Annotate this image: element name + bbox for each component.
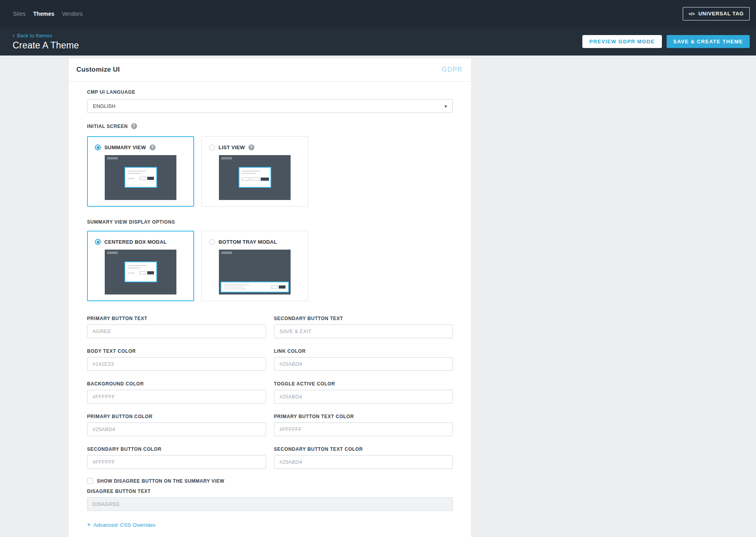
card-header: Customize UI GDPR bbox=[69, 58, 471, 81]
initial-screen-label-text: INITIAL SCREEN bbox=[87, 124, 128, 129]
summary-view-radio[interactable] bbox=[95, 144, 101, 150]
field-label: LINK COLOR bbox=[274, 348, 453, 354]
option-summary-view[interactable]: SUMMARY VIEW ? bbox=[87, 136, 194, 207]
option-summary-view-head: SUMMARY VIEW ? bbox=[87, 137, 194, 150]
cmp-ui-language-value: ENGLISH bbox=[93, 103, 115, 109]
field-label: PRIMARY BUTTON TEXT bbox=[87, 316, 266, 321]
option-list-view[interactable]: LIST VIEW ? bbox=[201, 136, 308, 207]
help-icon[interactable]: ? bbox=[131, 123, 137, 129]
page-header-actions: PREVIEW GDPR MODE SAVE & CREATE THEME bbox=[582, 35, 750, 48]
show-disagree-label: SHOW DISAGREE BUTTON ON THE SUMMARY VIEW bbox=[97, 478, 224, 484]
initial-screen-options: SUMMARY VIEW ? bbox=[87, 136, 453, 207]
advanced-css-overrides-link[interactable]: + Advanced: CSS Overrides bbox=[87, 522, 156, 528]
cmp-ui-language-select[interactable]: ENGLISH ▾ bbox=[87, 99, 453, 113]
thumbnail-tray-graphic bbox=[220, 281, 289, 293]
field-primary-button-text-color: PRIMARY BUTTON TEXT COLOR bbox=[274, 414, 453, 436]
link-color-input[interactable] bbox=[274, 357, 453, 371]
summary-display-options-label: SUMMARY VIEW DISPLAY OPTIONS bbox=[87, 219, 453, 225]
primary-button-text-color-input[interactable] bbox=[274, 422, 453, 436]
toggle-active-color-input[interactable] bbox=[274, 390, 453, 404]
thumbnail-modal-graphic bbox=[239, 167, 271, 188]
primary-button-color-input[interactable] bbox=[87, 422, 266, 436]
plus-icon: + bbox=[87, 522, 91, 528]
option-bottom-tray-modal[interactable]: BOTTOM TRAY MODAL bbox=[201, 231, 308, 301]
field-body-text-color: BODY TEXT COLOR bbox=[87, 348, 266, 371]
save-create-theme-button[interactable]: SAVE & CREATE THEME bbox=[667, 35, 750, 48]
body-text-color-input[interactable] bbox=[87, 357, 266, 371]
nav-themes[interactable]: Themes bbox=[33, 11, 54, 17]
chevron-down-icon: ▾ bbox=[445, 104, 447, 109]
theme-fields-grid: PRIMARY BUTTON TEXT SECONDARY BUTTON TEX… bbox=[87, 316, 453, 469]
field-label: BODY TEXT COLOR bbox=[87, 348, 266, 354]
summary-view-thumbnail bbox=[105, 155, 176, 200]
card-body: CMP UI LANGUAGE ENGLISH ▾ INITIAL SCREEN… bbox=[69, 81, 471, 537]
primary-nav: Sites Themes Vendors bbox=[13, 11, 83, 17]
help-icon[interactable]: ? bbox=[248, 144, 254, 150]
back-to-themes-link[interactable]: ‹ Back to themes bbox=[13, 32, 52, 39]
field-secondary-button-text: SECONDARY BUTTON TEXT bbox=[274, 316, 453, 338]
summary-display-options-label-text: SUMMARY VIEW DISPLAY OPTIONS bbox=[87, 219, 175, 225]
option-list-view-head: LIST VIEW ? bbox=[202, 137, 308, 150]
secondary-button-color-input[interactable] bbox=[87, 455, 266, 469]
show-disagree-row: SHOW DISAGREE BUTTON ON THE SUMMARY VIEW bbox=[87, 478, 453, 484]
disagree-button-text-label: DISAGREE BUTTON TEXT bbox=[87, 489, 453, 494]
field-label: PRIMARY BUTTON COLOR bbox=[87, 414, 266, 419]
nav-sites[interactable]: Sites bbox=[13, 11, 26, 17]
initial-screen-label: INITIAL SCREEN ? bbox=[87, 123, 453, 129]
bottom-tray-label: BOTTOM TRAY MODAL bbox=[219, 239, 277, 245]
back-link-label: Back to themes bbox=[17, 33, 52, 39]
secondary-button-text-input[interactable] bbox=[274, 324, 453, 338]
help-icon[interactable]: ? bbox=[150, 144, 156, 150]
field-label: BACKGROUND COLOR bbox=[87, 381, 266, 387]
field-label: SECONDARY BUTTON TEXT COLOR bbox=[274, 446, 453, 452]
field-label: SECONDARY BUTTON TEXT bbox=[274, 316, 453, 321]
main-content: Customize UI GDPR CMP UI LANGUAGE ENGLIS… bbox=[0, 58, 756, 537]
advanced-css-overrides-label: Advanced: CSS Overrides bbox=[93, 522, 156, 528]
chevron-left-icon: ‹ bbox=[13, 32, 15, 39]
card-title: Customize UI bbox=[76, 66, 120, 74]
centered-box-label: CENTERED BOX MODAL bbox=[104, 239, 167, 245]
option-centered-box-head: CENTERED BOX MODAL bbox=[87, 231, 194, 245]
customize-ui-card: Customize UI GDPR CMP UI LANGUAGE ENGLIS… bbox=[68, 58, 472, 537]
field-primary-button-text: PRIMARY BUTTON TEXT bbox=[87, 316, 266, 338]
code-icon: </> bbox=[689, 11, 695, 16]
field-label: PRIMARY BUTTON TEXT COLOR bbox=[274, 414, 453, 419]
option-bottom-tray-head: BOTTOM TRAY MODAL bbox=[202, 231, 308, 245]
centered-box-radio[interactable] bbox=[95, 239, 101, 245]
field-background-color: BACKGROUND COLOR bbox=[87, 381, 266, 404]
summary-display-options: CENTERED BOX MODAL bbox=[87, 231, 453, 301]
top-nav: Sites Themes Vendors </> UNIVERSAL TAG bbox=[0, 0, 756, 27]
cmp-ui-language-label: CMP UI LANGUAGE bbox=[87, 89, 453, 95]
thumbnail-modal-graphic bbox=[124, 167, 157, 188]
show-disagree-checkbox[interactable] bbox=[87, 478, 93, 484]
primary-button-text-input[interactable] bbox=[87, 324, 266, 338]
list-view-thumbnail bbox=[219, 155, 291, 200]
list-view-label: LIST VIEW bbox=[219, 144, 245, 150]
field-secondary-button-color: SECONDARY BUTTON COLOR bbox=[87, 446, 266, 469]
field-label: TOGGLE ACTIVE COLOR bbox=[274, 381, 453, 387]
bottom-tray-radio[interactable] bbox=[209, 239, 215, 245]
disagree-button-text-input bbox=[87, 497, 453, 511]
preview-gdpr-mode-button[interactable]: PREVIEW GDPR MODE bbox=[582, 35, 662, 48]
option-centered-box-modal[interactable]: CENTERED BOX MODAL bbox=[87, 231, 194, 301]
page-header: ‹ Back to themes Create A Theme PREVIEW … bbox=[0, 27, 756, 56]
field-toggle-active-color: TOGGLE ACTIVE COLOR bbox=[274, 381, 453, 404]
nav-vendors[interactable]: Vendors bbox=[62, 11, 83, 17]
universal-tag-label: UNIVERSAL TAG bbox=[699, 11, 744, 17]
secondary-button-text-color-input[interactable] bbox=[274, 455, 453, 469]
field-link-color: LINK COLOR bbox=[274, 348, 453, 371]
field-label: SECONDARY BUTTON COLOR bbox=[87, 446, 266, 452]
page-header-left: ‹ Back to themes Create A Theme bbox=[13, 32, 79, 51]
thumbnail-modal-graphic bbox=[124, 261, 157, 282]
background-color-input[interactable] bbox=[87, 390, 266, 404]
summary-view-label: SUMMARY VIEW bbox=[104, 144, 146, 150]
list-view-radio[interactable] bbox=[209, 144, 215, 150]
universal-tag-button[interactable]: </> UNIVERSAL TAG bbox=[683, 7, 750, 20]
field-primary-button-color: PRIMARY BUTTON COLOR bbox=[87, 414, 266, 436]
disagree-button-text-label-text: DISAGREE BUTTON TEXT bbox=[87, 489, 151, 494]
bottom-tray-thumbnail bbox=[219, 250, 291, 294]
cmp-ui-language-label-text: CMP UI LANGUAGE bbox=[87, 89, 135, 95]
centered-box-thumbnail bbox=[105, 250, 176, 294]
field-secondary-button-text-color: SECONDARY BUTTON TEXT COLOR bbox=[274, 446, 453, 469]
gdpr-badge: GDPR bbox=[442, 66, 463, 73]
